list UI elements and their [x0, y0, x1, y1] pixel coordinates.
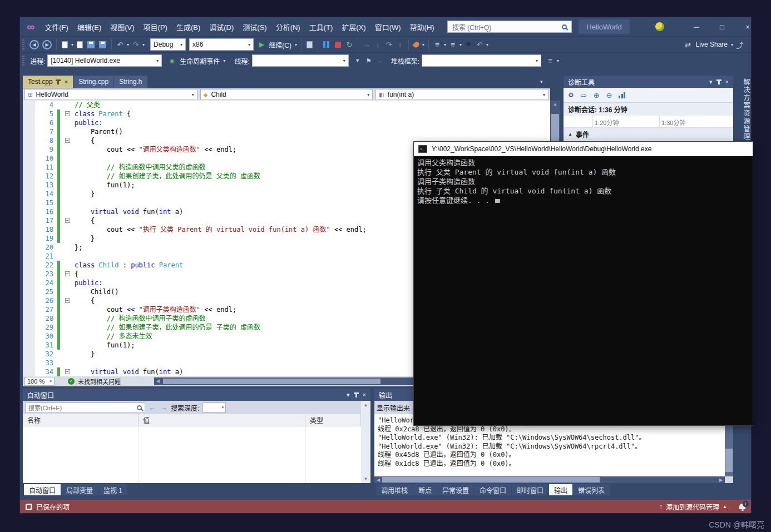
breakpoint-margin[interactable] [23, 252, 35, 261]
close-panel-icon[interactable]: × [725, 78, 729, 85]
bookmark-flag-icon[interactable]: ⚑ [463, 38, 474, 51]
continue-play-icon[interactable]: ▶ [259, 41, 264, 48]
breakpoint-margin[interactable] [23, 154, 35, 163]
hot-reload-dropdown-icon[interactable]: ▾ [422, 42, 424, 47]
breakpoint-margin[interactable] [23, 163, 35, 172]
toolbar-grip[interactable] [22, 39, 24, 49]
breakpoint-margin[interactable] [23, 341, 35, 350]
fold-margin[interactable]: − [64, 367, 72, 376]
search-depth-combobox[interactable]: ▾ [202, 402, 226, 412]
source-control-dropup-icon[interactable]: ▲ [723, 504, 727, 509]
breakpoint-margin[interactable] [23, 234, 35, 243]
redo-icon[interactable]: ↷ [130, 38, 141, 51]
lifecycle-events-button[interactable]: 生命周期事件 [180, 56, 220, 66]
menu-item[interactable]: 编辑(E) [73, 20, 106, 34]
breakpoint-margin[interactable] [23, 261, 35, 270]
close-tab-icon[interactable]: × [65, 78, 68, 85]
menu-item[interactable]: 项目(P) [139, 20, 172, 34]
scroll-up-icon[interactable]: ▲ [550, 101, 560, 108]
close-panel-icon[interactable]: × [363, 391, 366, 398]
tool-tab[interactable]: 输出 [549, 484, 572, 495]
gear-icon[interactable]: ⚙ [568, 91, 574, 99]
menu-item[interactable]: 窗口(W) [370, 20, 406, 34]
navigate-forward-icon[interactable]: ▶ [42, 40, 52, 49]
notifications-bell-icon[interactable]: 1 [739, 504, 745, 509]
hot-reload-target-icon[interactable] [307, 41, 313, 48]
grid-column-header[interactable]: 值 [139, 414, 305, 426]
scroll-down-icon[interactable]: ▼ [361, 476, 370, 481]
fold-margin[interactable]: − [64, 110, 72, 118]
breakpoint-margin[interactable] [23, 198, 35, 207]
continue-button[interactable]: 继续(C) [269, 40, 291, 49]
stack-frame-combobox[interactable]: ▾ [422, 54, 541, 67]
feedback-icon[interactable] [655, 22, 664, 31]
menu-item[interactable]: 扩展(X) [337, 20, 370, 34]
pin-icon[interactable] [718, 79, 720, 84]
break-all-icon[interactable] [323, 41, 330, 48]
breakpoint-margin[interactable] [23, 314, 35, 323]
process-combobox[interactable]: [10140] HelloWorld.exe ▾ [47, 54, 162, 67]
redo-dropdown-icon[interactable]: ▾ [142, 42, 145, 47]
breakpoint-margin[interactable] [23, 127, 35, 136]
fold-collapse-icon[interactable]: − [65, 218, 70, 223]
breakpoint-margin[interactable] [23, 287, 35, 296]
thread-combobox[interactable]: ▾ [252, 54, 349, 67]
minimize-button[interactable]: ─ [685, 17, 708, 36]
tool-tab[interactable]: 命令窗口 [475, 484, 511, 495]
search-prev-icon[interactable]: ← [149, 403, 156, 412]
vertical-scrollbar-thumb[interactable] [725, 449, 733, 473]
chevron-down-icon[interactable]: ▾ [486, 42, 488, 47]
doc-tab[interactable]: String.h [114, 76, 147, 88]
restart-icon[interactable]: ↻ [344, 38, 355, 51]
breakpoint-margin[interactable] [23, 216, 35, 225]
breakpoint-margin[interactable] [23, 118, 35, 127]
misc-tool-icon[interactable]: ↶ [474, 38, 485, 51]
undo-icon[interactable]: ↶ [115, 38, 126, 51]
scroll-right-icon[interactable]: ▶ [717, 476, 725, 484]
breakpoint-margin[interactable] [23, 305, 35, 314]
events-section-header[interactable]: ▲ 事件 [564, 128, 733, 140]
export-icon[interactable]: ⇨ [581, 91, 587, 100]
step-into-icon[interactable]: ↓ [372, 38, 383, 51]
toolbar-grip[interactable] [22, 56, 24, 66]
breakpoint-margin[interactable] [23, 243, 35, 252]
doc-tab[interactable]: String.cpp [73, 76, 113, 88]
autos-vertical-scrollbar[interactable]: ▲ ▼ [361, 401, 370, 483]
zoom-in-icon[interactable]: ⊕ [594, 91, 600, 100]
scroll-left-icon[interactable]: ◀ [154, 377, 162, 385]
new-file-dropdown-icon[interactable]: ▾ [71, 42, 73, 47]
breakpoint-margin[interactable] [23, 270, 35, 279]
menu-item[interactable]: 分析(N) [271, 20, 305, 34]
fold-margin[interactable]: − [64, 270, 72, 279]
global-search-input[interactable]: 搜索 (Ctrl+Q) [447, 21, 572, 33]
document-outline-icon[interactable]: ≡ [432, 38, 443, 51]
pin-icon[interactable] [355, 392, 357, 397]
breakpoint-margin[interactable] [23, 207, 35, 216]
add-to-source-control-button[interactable]: 添加到源代码管理 [666, 502, 719, 511]
show-next-statement-icon[interactable]: → [361, 38, 372, 51]
zoom-combobox[interactable]: 100 % ▾ [24, 377, 55, 386]
menu-item[interactable]: 生成(B) [172, 20, 205, 34]
horizontal-scrollbar-thumb[interactable] [382, 477, 600, 483]
chevron-down-icon[interactable]: ▾ [347, 391, 350, 399]
doc-tab[interactable]: Test.cpp× [23, 76, 73, 88]
breakpoint-margin[interactable] [23, 145, 35, 154]
output-horizontal-scrollbar[interactable]: ◀ ▶ [374, 476, 725, 483]
menu-item[interactable]: 帮助(H) [406, 20, 439, 34]
stack-options-icon[interactable]: ≡ [545, 54, 556, 67]
tool-tab[interactable]: 即时窗口 [512, 484, 548, 495]
autos-search-input[interactable]: 搜索(Ctrl+E) [25, 402, 145, 413]
horizontal-scrollbar-thumb[interactable] [163, 379, 380, 384]
live-share-dropdown-icon[interactable]: ▾ [731, 42, 733, 47]
tool-tab[interactable]: 监视 1 [98, 484, 127, 495]
grid-column-header[interactable]: 名称 [23, 414, 139, 426]
search-next-icon[interactable]: → [160, 403, 167, 412]
tool-tab[interactable]: 调用堆栈 [376, 484, 413, 495]
lifecycle-dropdown-icon[interactable]: ▾ [223, 58, 225, 63]
thread-navigate-icon[interactable]: → [374, 54, 386, 67]
fold-margin[interactable]: − [64, 136, 72, 145]
filter-threads-icon[interactable]: ▼ [352, 54, 363, 67]
live-share-button[interactable]: Live Share [696, 41, 728, 48]
breakpoint-margin[interactable] [23, 181, 35, 190]
breakpoint-margin[interactable] [23, 279, 35, 287]
